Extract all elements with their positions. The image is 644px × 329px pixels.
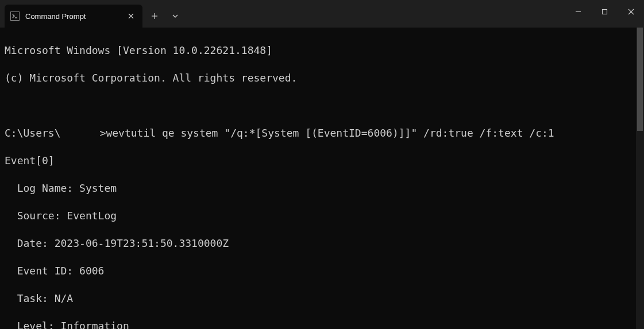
field-log-name: Log Name: System: [5, 181, 639, 195]
vertical-scrollbar[interactable]: [636, 28, 644, 329]
svg-rect-6: [602, 9, 607, 14]
tab-title: Command Prompt: [25, 12, 121, 21]
tab-dropdown-button[interactable]: [165, 7, 185, 25]
event-header: Event[0]: [5, 154, 639, 168]
field-source: Source: EventLog: [5, 209, 639, 223]
new-tab-button[interactable]: [145, 7, 164, 25]
titlebar: Command Prompt: [0, 0, 644, 28]
command-line: C:\Users\>wevtutil qe system "/q:*[Syste…: [5, 126, 639, 140]
minimize-button[interactable]: [565, 0, 591, 23]
blank-line: [5, 99, 639, 113]
redacted-username: [61, 129, 100, 139]
field-date: Date: 2023-06-19T23:51:50.3310000Z: [5, 237, 639, 250]
terminal-output[interactable]: Microsoft Windows [Version 10.0.22621.18…: [0, 28, 644, 329]
command-text: wevtutil qe system "/q:*[System [(EventI…: [106, 127, 554, 139]
maximize-button[interactable]: [591, 0, 618, 23]
banner-line-1: Microsoft Windows [Version 10.0.22621.18…: [5, 44, 639, 57]
tab-close-button[interactable]: [126, 11, 136, 21]
tab-actions: [142, 0, 187, 28]
close-window-button[interactable]: [618, 0, 644, 23]
tab-area: Command Prompt: [0, 0, 142, 28]
prompt-prefix: C:\Users\: [5, 127, 61, 139]
field-event-id: Event ID: 6006: [5, 264, 639, 278]
tab-command-prompt[interactable]: Command Prompt: [5, 5, 142, 28]
field-level: Level: Information: [5, 319, 639, 329]
titlebar-drag-area[interactable]: [187, 0, 565, 28]
field-task: Task: N/A: [5, 292, 639, 305]
banner-line-2: (c) Microsoft Corporation. All rights re…: [5, 71, 639, 85]
command-prompt-icon: [10, 11, 20, 21]
scrollbar-thumb[interactable]: [637, 28, 643, 131]
prompt-suffix: >: [100, 127, 106, 139]
window-controls: [565, 0, 644, 28]
